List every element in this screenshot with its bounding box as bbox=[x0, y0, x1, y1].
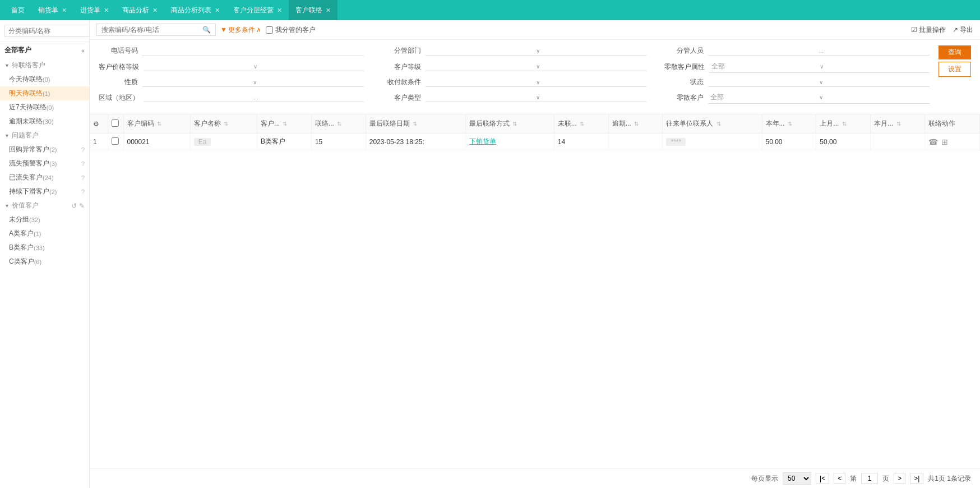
export-btn[interactable]: ↗ 导出 bbox=[953, 25, 973, 35]
filter-dept-select[interactable]: ∨ bbox=[426, 47, 647, 56]
my-customers-check[interactable] bbox=[266, 26, 273, 34]
close-purchase-order-icon[interactable]: ✕ bbox=[104, 7, 109, 14]
nav-product-analysis-list[interactable]: 商品分析列表 ✕ bbox=[164, 0, 226, 20]
nav-product-analysis[interactable]: 商品分析 ✕ bbox=[115, 0, 164, 20]
search-input[interactable] bbox=[101, 26, 202, 34]
sort-contact-person-icon[interactable]: ⇅ bbox=[716, 121, 721, 127]
nav-purchase-order[interactable]: 进货单 ✕ bbox=[73, 0, 115, 20]
filter-phone-input[interactable] bbox=[142, 45, 364, 56]
th-contact-person[interactable]: 往来单位联系人 ⇅ bbox=[663, 114, 762, 133]
sidebar-item-churned[interactable]: 已流失客户 (24) ? bbox=[0, 171, 89, 185]
value-customers-edit-icon[interactable]: ✎ bbox=[79, 202, 85, 210]
help-icon-churned[interactable]: ? bbox=[81, 174, 85, 181]
sidebar-search-input[interactable] bbox=[4, 25, 90, 37]
th-name[interactable]: 客户名称 ⇅ bbox=[190, 114, 257, 133]
cell-last-contact-method[interactable]: 下销货单 bbox=[466, 133, 554, 150]
sort-type-icon[interactable]: ⇅ bbox=[283, 121, 287, 127]
sort-last-contact-method-icon[interactable]: ⇅ bbox=[512, 121, 517, 127]
sort-name-icon[interactable]: ⇅ bbox=[224, 121, 228, 127]
sidebar-item-7days-contact[interactable]: 近7天待联络 (0) bbox=[0, 100, 89, 114]
filter-retail-customer-select[interactable]: 全部 ∨ bbox=[708, 91, 930, 104]
filter-price-grade-select[interactable]: ∨ bbox=[144, 62, 364, 71]
more-action-icon[interactable]: ⊞ bbox=[941, 137, 948, 146]
sort-last-contact-date-icon[interactable]: ⇅ bbox=[413, 121, 417, 127]
select-all-checkbox[interactable] bbox=[112, 119, 119, 127]
cell-checkbox[interactable] bbox=[108, 133, 123, 150]
sidebar-item-overdue-contact[interactable]: 逾期未联络 (30) bbox=[0, 114, 89, 128]
sidebar-item-class-c[interactable]: C类客户 (6) bbox=[0, 255, 89, 269]
sidebar-item-declining[interactable]: 持续下滑客户 (2) ? bbox=[0, 185, 89, 199]
last-page-btn[interactable]: >| bbox=[910, 473, 923, 484]
prev-page-btn[interactable]: < bbox=[834, 473, 845, 484]
close-sales-order-icon[interactable]: ✕ bbox=[62, 7, 67, 14]
filter-region-select[interactable]: ... bbox=[144, 93, 364, 102]
help-icon-repurchase[interactable]: ? bbox=[81, 146, 85, 153]
th-type[interactable]: 客户... ⇅ bbox=[257, 114, 312, 133]
page-number-input[interactable] bbox=[861, 473, 878, 484]
sort-overdue-icon[interactable]: ⇅ bbox=[634, 121, 639, 127]
filter-manager-select[interactable]: ... bbox=[708, 47, 930, 56]
settings-gear-icon[interactable]: ⚙ bbox=[93, 120, 99, 128]
first-page-btn[interactable]: |< bbox=[816, 473, 829, 484]
cell-contact-person: **** bbox=[663, 133, 762, 150]
filter-customer-grade-select[interactable]: ∨ bbox=[426, 62, 647, 71]
th-last-contact-date[interactable]: 最后联络日期 ⇅ bbox=[366, 114, 465, 133]
filter-retail-attr-select[interactable]: 全部 ∨ bbox=[709, 61, 930, 73]
nav-customer-contact[interactable]: 客户联络 ✕ bbox=[289, 0, 338, 20]
th-checkbox[interactable] bbox=[108, 114, 123, 133]
nav-sales-order[interactable]: 销货单 ✕ bbox=[31, 0, 73, 20]
th-no-contact[interactable]: 未联... ⇅ bbox=[554, 114, 608, 133]
contact-action-icon[interactable]: ☎ bbox=[928, 137, 938, 146]
sidebar-item-churn-warning[interactable]: 流失预警客户 (3) ? bbox=[0, 156, 89, 171]
help-icon-declining[interactable]: ? bbox=[81, 188, 85, 195]
sidebar-collapse-icon[interactable]: « bbox=[81, 47, 85, 54]
batch-operation-btn[interactable]: ☑ 批量操作 bbox=[911, 25, 946, 35]
my-customers-checkbox[interactable]: 我分管的客户 bbox=[266, 25, 316, 35]
th-this-month[interactable]: 本月... ⇅ bbox=[871, 114, 925, 133]
sort-last-month-icon[interactable]: ⇅ bbox=[842, 121, 847, 127]
group-problem-customers[interactable]: 问题客户 bbox=[0, 128, 89, 142]
last-contact-method-link[interactable]: 下销货单 bbox=[469, 137, 496, 145]
nav-customer-tiering[interactable]: 客户分层经营 ✕ bbox=[226, 0, 289, 20]
sort-this-month-icon[interactable]: ⇅ bbox=[896, 121, 901, 127]
sidebar-item-repurchase-abnormal[interactable]: 回购异常客户 (2) ? bbox=[0, 142, 89, 156]
close-product-analysis-icon[interactable]: ✕ bbox=[152, 7, 158, 14]
close-customer-tiering-icon[interactable]: ✕ bbox=[277, 7, 282, 14]
th-contacts[interactable]: 联络... ⇅ bbox=[311, 114, 366, 133]
sort-this-year-icon[interactable]: ⇅ bbox=[788, 121, 792, 127]
filter-payment-select[interactable]: ∨ bbox=[426, 78, 647, 87]
cell-this-year: 50.00 bbox=[762, 133, 816, 150]
filter-customer-type-select[interactable]: ∨ bbox=[426, 93, 647, 102]
all-customers-header[interactable]: 全部客户 « bbox=[0, 42, 89, 58]
sort-no-contact-icon[interactable]: ⇅ bbox=[580, 121, 584, 127]
sidebar-item-ungrouped[interactable]: 未分组 (32) bbox=[0, 213, 89, 227]
th-settings[interactable]: ⚙ bbox=[90, 114, 108, 133]
th-this-year[interactable]: 本年... ⇅ bbox=[762, 114, 816, 133]
filter-status-select[interactable]: ∨ bbox=[708, 78, 930, 87]
sort-code-icon[interactable]: ⇅ bbox=[157, 121, 161, 127]
row-checkbox[interactable] bbox=[112, 137, 119, 145]
sidebar-item-today-contact[interactable]: 今天待联络 (0) bbox=[0, 72, 89, 86]
th-code[interactable]: 客户编码 ⇅ bbox=[123, 114, 190, 133]
group-pending-contact[interactable]: 待联络客户 bbox=[0, 58, 89, 72]
close-product-analysis-list-icon[interactable]: ✕ bbox=[215, 7, 220, 14]
group-value-customers[interactable]: 价值客户 ↺ ✎ bbox=[0, 199, 89, 213]
close-customer-contact-icon[interactable]: ✕ bbox=[326, 7, 331, 14]
settings-button[interactable]: 设置 bbox=[939, 62, 971, 77]
sidebar-item-tomorrow-contact[interactable]: 明天待联络 (1) bbox=[0, 86, 89, 100]
sort-contacts-icon[interactable]: ⇅ bbox=[337, 121, 341, 127]
query-button[interactable]: 查询 bbox=[939, 45, 971, 59]
page-size-select[interactable]: 50 20 100 bbox=[783, 472, 811, 485]
th-last-contact-method[interactable]: 最后联络方式 ⇅ bbox=[466, 114, 554, 133]
search-submit-icon[interactable]: 🔍 bbox=[202, 26, 211, 34]
sidebar-item-class-b[interactable]: B类客户 (33) bbox=[0, 241, 89, 255]
filter-nature-select[interactable]: ∨ bbox=[142, 78, 364, 87]
sidebar-item-class-a[interactable]: A类客户 (1) bbox=[0, 227, 89, 241]
next-page-btn[interactable]: > bbox=[894, 473, 905, 484]
th-overdue[interactable]: 逾期... ⇅ bbox=[608, 114, 663, 133]
help-icon-churn-warning[interactable]: ? bbox=[81, 160, 85, 167]
nav-home[interactable]: 首页 bbox=[4, 0, 31, 20]
value-customers-refresh-icon[interactable]: ↺ bbox=[71, 202, 77, 210]
more-conditions-btn[interactable]: ▼ 更多条件 ∧ bbox=[220, 25, 261, 35]
th-last-month[interactable]: 上月... ⇅ bbox=[816, 114, 871, 133]
